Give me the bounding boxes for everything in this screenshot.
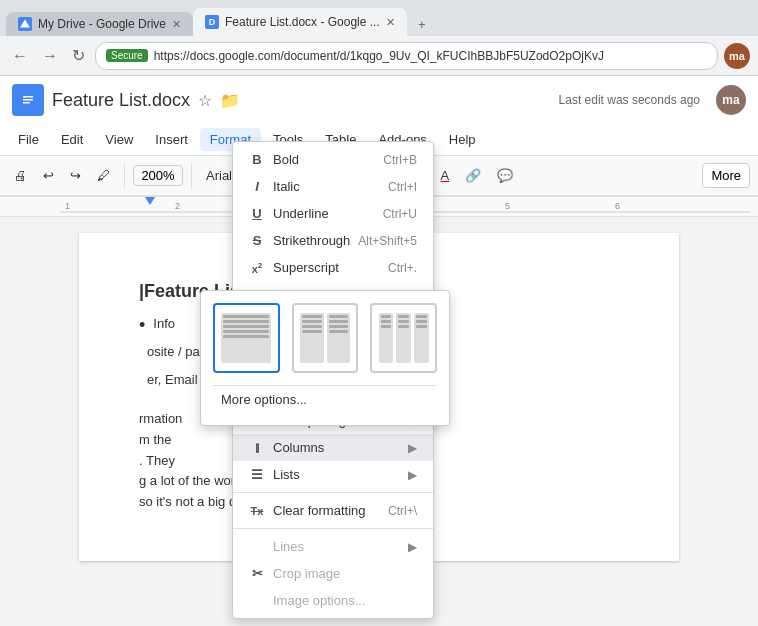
more-button[interactable]: More bbox=[702, 163, 750, 188]
lists-icon: ☰ bbox=[249, 467, 265, 482]
docs-logo bbox=[12, 84, 44, 116]
format-superscript[interactable]: x2 Superscript Ctrl+. bbox=[233, 254, 433, 281]
star-icon[interactable]: ☆ bbox=[198, 91, 212, 110]
menu-help[interactable]: Help bbox=[439, 128, 486, 151]
lines-arrow: ▶ bbox=[408, 540, 417, 554]
redo-btn[interactable]: ↪ bbox=[64, 164, 87, 187]
title-icons: ☆ 📁 bbox=[198, 91, 240, 110]
two-col-preview bbox=[300, 313, 350, 363]
lines-label: Lines bbox=[273, 539, 400, 554]
toolbar-sep1 bbox=[124, 164, 125, 188]
strike-shortcut: Alt+Shift+5 bbox=[358, 234, 417, 248]
drive-favicon bbox=[18, 17, 32, 31]
tab-docs[interactable]: D Feature List.docx - Google ... ✕ bbox=[193, 8, 407, 36]
link-btn[interactable]: 🔗 bbox=[459, 164, 487, 187]
new-tab-button[interactable]: + bbox=[407, 12, 437, 36]
format-lists[interactable]: ☰ Lists ▶ bbox=[233, 461, 433, 488]
paint-format-btn[interactable]: 🖊 bbox=[91, 164, 116, 187]
columns-options bbox=[213, 303, 437, 373]
svg-rect-4 bbox=[23, 102, 30, 104]
format-italic[interactable]: I Italic Ctrl+I bbox=[233, 173, 433, 200]
menu-edit[interactable]: Edit bbox=[51, 128, 93, 151]
underline-shortcut: Ctrl+U bbox=[383, 207, 417, 221]
address-bar[interactable]: Secure https://docs.google.com/document/… bbox=[95, 42, 718, 70]
super-shortcut: Ctrl+. bbox=[388, 261, 417, 275]
format-bold[interactable]: B Bold Ctrl+B bbox=[233, 146, 433, 173]
three-col-preview bbox=[379, 313, 429, 363]
three-column-option[interactable] bbox=[370, 303, 437, 373]
svg-rect-3 bbox=[23, 99, 33, 101]
three-col-block-2 bbox=[396, 313, 411, 363]
one-col-block bbox=[221, 313, 271, 363]
forward-button[interactable]: → bbox=[38, 45, 62, 67]
toolbar-end: More bbox=[702, 163, 750, 188]
profile-icon[interactable]: ma bbox=[724, 43, 750, 69]
font-color-btn[interactable]: A bbox=[434, 164, 455, 187]
two-col-block-1 bbox=[300, 313, 324, 363]
menu-insert[interactable]: Insert bbox=[145, 128, 198, 151]
tab-drive-label: My Drive - Google Drive bbox=[38, 17, 166, 31]
refresh-button[interactable]: ↻ bbox=[68, 44, 89, 67]
format-columns[interactable]: ⫿ Columns ▶ bbox=[233, 434, 433, 461]
format-strikethrough[interactable]: S Strikethrough Alt+Shift+5 bbox=[233, 227, 433, 254]
three-col-block-1 bbox=[379, 313, 394, 363]
folder-icon[interactable]: 📁 bbox=[220, 91, 240, 110]
user-avatar: ma bbox=[716, 85, 746, 115]
format-image-options: Image options... bbox=[233, 587, 433, 614]
svg-text:5: 5 bbox=[505, 201, 510, 211]
docs-title-bar: Feature List.docx ☆ 📁 Last edit was seco… bbox=[0, 76, 758, 124]
clear-label: Clear formatting bbox=[273, 503, 380, 518]
bullet-text-1: Info bbox=[153, 314, 175, 334]
more-options-label: More options... bbox=[221, 392, 307, 407]
doc-title: Feature List.docx bbox=[52, 90, 190, 111]
one-column-option[interactable] bbox=[213, 303, 280, 373]
bold-icon: B bbox=[249, 152, 265, 167]
tab-docs-close[interactable]: ✕ bbox=[386, 16, 395, 29]
three-col-block-3 bbox=[414, 313, 429, 363]
format-clear[interactable]: Tx Clear formatting Ctrl+\ bbox=[233, 497, 433, 524]
more-options-button[interactable]: More options... bbox=[213, 385, 437, 413]
col-line-4 bbox=[223, 330, 269, 333]
one-col-preview bbox=[221, 313, 271, 363]
columns-submenu: More options... bbox=[200, 290, 450, 426]
columns-arrow: ▶ bbox=[408, 441, 417, 455]
svg-rect-2 bbox=[23, 96, 33, 98]
print-btn[interactable]: 🖨 bbox=[8, 164, 33, 187]
bullet-dot-1: • bbox=[139, 316, 145, 334]
last-edit: Last edit was seconds ago bbox=[559, 93, 700, 107]
columns-icon: ⫿ bbox=[249, 440, 265, 455]
image-options-label: Image options... bbox=[273, 593, 417, 608]
svg-text:6: 6 bbox=[615, 201, 620, 211]
col-line-1 bbox=[223, 315, 269, 318]
menu-sep4 bbox=[233, 528, 433, 529]
italic-icon: I bbox=[249, 179, 265, 194]
undo-btn[interactable]: ↩ bbox=[37, 164, 60, 187]
back-button[interactable]: ← bbox=[8, 45, 32, 67]
crop-icon: ✂ bbox=[249, 566, 265, 581]
format-underline[interactable]: U Underline Ctrl+U bbox=[233, 200, 433, 227]
underline-label: Underline bbox=[273, 206, 375, 221]
svg-text:1: 1 bbox=[65, 201, 70, 211]
tab-drive[interactable]: My Drive - Google Drive ✕ bbox=[6, 12, 193, 36]
zoom-display[interactable]: 200% bbox=[133, 165, 183, 186]
bold-shortcut: Ctrl+B bbox=[383, 153, 417, 167]
toolbar-sep2 bbox=[191, 164, 192, 188]
lists-arrow: ▶ bbox=[408, 468, 417, 482]
format-crop-image: ✂ Crop image bbox=[233, 560, 433, 587]
col-line-5 bbox=[223, 335, 269, 338]
svg-text:2: 2 bbox=[175, 201, 180, 211]
comment-btn[interactable]: 💬 bbox=[491, 164, 519, 187]
menu-view[interactable]: View bbox=[95, 128, 143, 151]
lists-label: Lists bbox=[273, 467, 400, 482]
two-column-option[interactable] bbox=[292, 303, 359, 373]
super-icon: x2 bbox=[249, 261, 265, 275]
strike-label: Strikethrough bbox=[273, 233, 350, 248]
columns-label: Columns bbox=[273, 440, 400, 455]
clear-icon: Tx bbox=[249, 505, 265, 517]
menu-file[interactable]: File bbox=[8, 128, 49, 151]
tab-docs-label: Feature List.docx - Google ... bbox=[225, 15, 380, 29]
col-line-3 bbox=[223, 325, 269, 328]
browser-tabs: My Drive - Google Drive ✕ D Feature List… bbox=[0, 0, 758, 36]
tab-drive-close[interactable]: ✕ bbox=[172, 18, 181, 31]
browser-toolbar: ← → ↻ Secure https://docs.google.com/doc… bbox=[0, 36, 758, 76]
